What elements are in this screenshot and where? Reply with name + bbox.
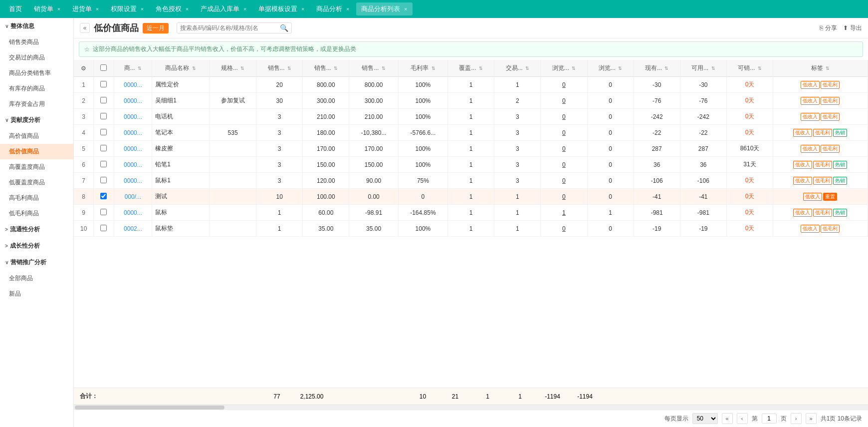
col-spec[interactable]: 规格... ⇅ — [209, 60, 256, 77]
nav-close-analysis-list[interactable]: × — [404, 6, 407, 12]
row-checkbox[interactable] — [100, 113, 107, 119]
per-page-select[interactable]: 50 100 200 — [692, 413, 718, 424]
cell-checkbox[interactable] — [94, 173, 114, 189]
col-sale-qty[interactable]: 销售... ⇅ — [256, 60, 303, 77]
view-link[interactable]: 0 — [562, 113, 566, 120]
row-checkbox[interactable] — [100, 209, 107, 215]
cell-checkbox[interactable] — [94, 109, 114, 125]
cell-view1[interactable]: 0 — [541, 93, 587, 109]
col-code[interactable]: 商... ⇅ — [114, 60, 152, 77]
sidebar-item-all-products[interactable]: 全部商品 — [0, 271, 73, 286]
view-link[interactable]: 0 — [562, 81, 566, 88]
sidebar-group-growth[interactable]: >成长性分析 — [0, 238, 73, 254]
last-page-btn[interactable]: » — [806, 413, 817, 424]
first-page-btn[interactable]: « — [722, 413, 733, 424]
nav-product-in[interactable]: 产成品入库单 × — [196, 2, 251, 15]
sidebar-item-sale-products[interactable]: 销售类商品 — [0, 34, 73, 50]
sidebar-item-high-cover[interactable]: 高覆盖度商品 — [0, 159, 73, 175]
col-view1[interactable]: 浏览... ⇅ — [541, 60, 587, 77]
cell-view1[interactable]: 0 — [541, 109, 587, 125]
nav-close-purchase[interactable]: × — [96, 6, 99, 12]
sidebar-item-low-cover[interactable]: 低覆盖度商品 — [0, 175, 73, 190]
row-checkbox[interactable] — [100, 97, 107, 103]
sidebar-item-high-value[interactable]: 高价值商品 — [0, 128, 73, 144]
cell-view1[interactable]: 0 — [541, 77, 587, 93]
col-margin[interactable]: 毛利率 ⇅ — [398, 60, 447, 77]
sidebar-item-high-margin[interactable]: 高毛利商品 — [0, 190, 73, 206]
col-stock1[interactable]: 现有... ⇅ — [634, 60, 680, 77]
search-icon[interactable]: 🔍 — [280, 24, 288, 32]
sidebar-item-traded[interactable]: 交易过的商品 — [0, 50, 73, 65]
nav-close-sale[interactable]: × — [57, 6, 60, 12]
nav-close-template[interactable]: × — [301, 6, 304, 12]
cell-checkbox[interactable] — [94, 125, 114, 141]
search-box[interactable]: 🔍 — [177, 22, 292, 33]
col-cover[interactable]: 覆盖... ⇅ — [448, 60, 494, 77]
prev-page-btn[interactable]: ‹ — [737, 413, 748, 424]
nav-template[interactable]: 单据模板设置 × — [253, 2, 309, 15]
cell-view1[interactable]: 1 — [541, 205, 587, 221]
sidebar-item-stock-capital[interactable]: 库存资金占用 — [0, 96, 73, 112]
collapse-button[interactable]: « — [80, 23, 90, 33]
page-input[interactable] — [762, 414, 777, 424]
cell-checkbox[interactable] — [94, 221, 114, 237]
nav-permissions[interactable]: 权限设置 × — [106, 2, 149, 15]
cell-view1[interactable]: 0 — [541, 173, 587, 189]
cell-view1[interactable]: 0 — [541, 157, 587, 173]
sidebar-group-contribution[interactable]: ∨贡献度分析 — [0, 112, 73, 128]
col-stock2[interactable]: 可用... ⇅ — [680, 60, 726, 77]
nav-sale[interactable]: 销货单 × — [29, 2, 65, 15]
col-sale-amt1[interactable]: 销售... ⇅ — [303, 60, 349, 77]
sidebar-item-category-rate[interactable]: 商品分类销售率 — [0, 65, 73, 81]
cell-view1[interactable]: 0 — [541, 125, 587, 141]
sidebar-item-low-value[interactable]: 低价值商品 — [0, 144, 73, 159]
col-view2[interactable]: 浏览... ⇅ — [587, 60, 634, 77]
col-stock3[interactable]: 可销... ⇅ — [726, 60, 773, 77]
cell-checkbox[interactable] — [94, 77, 114, 93]
search-input[interactable] — [180, 24, 280, 31]
row-checkbox[interactable] — [100, 225, 107, 231]
view-link[interactable]: 0 — [562, 145, 566, 152]
cell-checkbox[interactable] — [94, 157, 114, 173]
row-checkbox[interactable] — [100, 161, 107, 167]
col-name[interactable]: 商品名称 ⇅ — [152, 60, 210, 77]
nav-close-product-in[interactable]: × — [243, 6, 246, 12]
nav-analysis-list[interactable]: 商品分析列表 × — [356, 2, 412, 15]
view-link[interactable]: 0 — [562, 193, 566, 200]
nav-close-roles[interactable]: × — [186, 6, 189, 12]
sidebar-group-overall[interactable]: ∨整体信息 — [0, 18, 73, 34]
view-link[interactable]: 0 — [562, 97, 566, 104]
select-all-checkbox[interactable] — [100, 64, 107, 71]
cell-checkbox[interactable] — [94, 205, 114, 221]
view-link[interactable]: 0 — [562, 225, 566, 232]
cell-view1[interactable]: 0 — [541, 141, 587, 157]
nav-analysis[interactable]: 商品分析 × — [311, 2, 354, 15]
horizontal-scrollbar[interactable] — [74, 405, 868, 410]
sidebar-group-circulation[interactable]: >流通性分析 — [0, 221, 73, 238]
view-link[interactable]: 0 — [562, 129, 566, 136]
cell-view1[interactable]: 0 — [541, 221, 587, 237]
next-page-btn[interactable]: › — [791, 413, 802, 424]
view-link[interactable]: 0 — [562, 161, 566, 168]
nav-home[interactable]: 首页 — [4, 2, 27, 15]
cell-checkbox[interactable] — [94, 93, 114, 109]
row-checkbox[interactable] — [100, 145, 107, 151]
sidebar-group-marketing[interactable]: ∨营销推广分析 — [0, 254, 73, 271]
nav-close-analysis[interactable]: × — [346, 6, 349, 12]
row-checkbox[interactable] — [100, 177, 107, 183]
share-button[interactable]: ⎘ 分享 — [820, 24, 837, 32]
nav-close-permissions[interactable]: × — [141, 6, 144, 12]
sidebar-item-new-products[interactable]: 新品 — [0, 286, 73, 302]
cell-view1[interactable]: 0 — [541, 189, 587, 205]
time-badge[interactable]: 近一月 — [143, 23, 169, 33]
col-settings[interactable]: ⚙ — [74, 60, 94, 77]
row-checkbox[interactable] — [100, 129, 107, 135]
view-link[interactable]: 1 — [562, 209, 566, 216]
table-wrapper[interactable]: ⚙ 商... ⇅ 商品名称 ⇅ 规格... ⇅ 销售... ⇅ 销售... ⇅ … — [74, 60, 868, 388]
export-button[interactable]: ⬆ 导出 — [843, 24, 862, 32]
col-checkbox[interactable] — [94, 60, 114, 77]
nav-purchase[interactable]: 进货单 × — [67, 2, 104, 15]
view-link[interactable]: 0 — [562, 177, 566, 184]
row-checkbox[interactable] — [100, 81, 107, 87]
nav-roles[interactable]: 角色授权 × — [151, 2, 194, 15]
